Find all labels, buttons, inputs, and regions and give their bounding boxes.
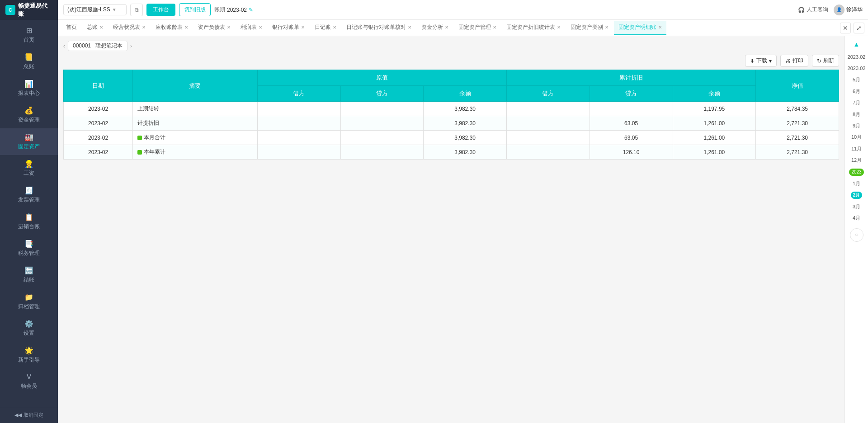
tab-label-5: 利润表 xyxy=(241,24,257,31)
cell-acc-credit: 126.10 xyxy=(590,145,673,160)
tab-7[interactable]: 日记账✕ xyxy=(310,21,341,35)
tab-close-10[interactable]: ✕ xyxy=(493,25,496,30)
tab-close-6[interactable]: ✕ xyxy=(301,25,305,30)
cell-acc-balance: 1,261.00 xyxy=(673,131,756,145)
right-panel-date-0[interactable]: 2023.02 xyxy=(845,52,868,63)
scroll-circle-button[interactable]: ○ xyxy=(850,228,863,242)
sidebar-item-4[interactable]: 🏭固定资产 xyxy=(0,128,58,155)
sidebar-item-0[interactable]: ⊞首页 xyxy=(0,22,58,48)
right-panel-month-11[interactable]: 3月 xyxy=(845,201,868,212)
sidebar-icon-1: 📒 xyxy=(24,53,33,61)
right-panel-month-1[interactable]: 6月 xyxy=(845,86,868,97)
tab-close-5[interactable]: ✕ xyxy=(259,25,262,30)
tab-close-12[interactable]: ✕ xyxy=(605,25,609,30)
tab-8[interactable]: 日记账与银行对账单核对✕ xyxy=(342,21,416,35)
sidebar-item-8[interactable]: 📑税务管理 xyxy=(0,235,58,262)
tab-5[interactable]: 利润表✕ xyxy=(236,21,267,35)
cell-acc-credit: 63.05 xyxy=(590,131,673,145)
tab-close-2[interactable]: ✕ xyxy=(142,25,146,30)
topbar: (劝)江西服垂-LSS ▼ ⧉ 工作台 切到旧版 账期 2023-02 ✎ 🎧 … xyxy=(58,0,868,20)
cell-summary: 上期结转 xyxy=(133,102,258,116)
col-original-value-header: 原值 xyxy=(257,70,506,86)
sidebar-item-3[interactable]: 💰资金管理 xyxy=(0,102,58,128)
col-summary-header: 摘要 xyxy=(133,70,258,102)
tab-3[interactable]: 应收账龄表✕ xyxy=(151,21,193,35)
right-panel-month-3[interactable]: 8月 xyxy=(845,109,868,120)
sidebar-label-4: 固定资产 xyxy=(18,143,40,150)
refresh-button[interactable]: ↻ 刷新 xyxy=(812,55,839,67)
worktab-button[interactable]: 工作台 xyxy=(146,4,175,16)
refresh-label: 刷新 xyxy=(823,57,834,65)
breadcrumb-forward-arrow[interactable]: › xyxy=(130,43,132,49)
right-panel-month-6[interactable]: 11月 xyxy=(845,143,868,155)
tab-close-8[interactable]: ✕ xyxy=(408,25,411,30)
company-selector[interactable]: (劝)江西服垂-LSS ▼ xyxy=(63,4,127,15)
sidebar-footer[interactable]: ◀◀ 取消固定 xyxy=(0,407,58,423)
tab-close-4[interactable]: ✕ xyxy=(227,25,231,30)
tab-10[interactable]: 固定资产管理✕ xyxy=(454,21,501,35)
tab-close-1[interactable]: ✕ xyxy=(99,25,103,30)
right-panel-month-4[interactable]: 9月 xyxy=(845,120,868,132)
tab-2[interactable]: 经营状况表✕ xyxy=(108,21,150,35)
tab-close-all-button[interactable]: ✕ xyxy=(840,23,851,33)
sidebar-item-6[interactable]: 🧾发票管理 xyxy=(0,182,58,208)
sidebar-item-11[interactable]: ⚙️设置 xyxy=(0,315,58,342)
tab-6[interactable]: 银行对账单✕ xyxy=(268,21,309,35)
sidebar-item-10[interactable]: 📁归档管理 xyxy=(0,288,58,315)
right-panel-month-12[interactable]: 4月 xyxy=(845,212,868,224)
right-panel-month-0[interactable]: 5月 xyxy=(845,74,868,85)
sidebar-label-1: 总账 xyxy=(24,63,34,70)
download-button[interactable]: ⬇ 下载 ▾ xyxy=(745,55,777,67)
sidebar-item-7[interactable]: 📋进销台账 xyxy=(0,208,58,235)
right-panel-up-arrow[interactable]: ▲ xyxy=(845,38,868,52)
asset-name: 联想笔记本 xyxy=(95,42,123,49)
right-panel-month-5[interactable]: 10月 xyxy=(845,132,868,143)
sidebar-item-12[interactable]: 🌟新手引导 xyxy=(0,342,58,368)
period-edit-icon[interactable]: ✎ xyxy=(249,7,253,13)
tab-close-3[interactable]: ✕ xyxy=(184,25,188,30)
tab-0[interactable]: 首页 xyxy=(61,21,81,35)
cell-net-value: 2,721.30 xyxy=(756,145,839,160)
user-menu[interactable]: 👤 徐泽华 xyxy=(834,5,863,15)
tab-close-9[interactable]: ✕ xyxy=(445,25,448,30)
orig-balance-header: 余额 xyxy=(424,86,507,102)
tab-13[interactable]: 固定资产明细账✕ xyxy=(614,21,666,35)
right-panel-month-7[interactable]: 12月 xyxy=(845,155,868,166)
cell-orig-balance: 3,982.30 xyxy=(424,116,507,131)
active-month-badge-10: 2月 xyxy=(851,192,863,199)
sidebar-item-2[interactable]: 📊报表中心 xyxy=(0,75,58,102)
right-panel-month-2[interactable]: 7月 xyxy=(845,97,868,108)
switch-version-button[interactable]: 切到旧版 xyxy=(179,3,211,16)
right-panel-month-9[interactable]: 1月 xyxy=(845,178,868,189)
right-panel-scroll-button[interactable]: ○ xyxy=(845,224,868,246)
tab-12[interactable]: 固定资产类别✕ xyxy=(566,21,613,35)
tabs-bar: 首页总账✕经营状况表✕应收账龄表✕资产负债表✕利润表✕银行对账单✕日记账✕日记账… xyxy=(58,20,868,36)
print-button[interactable]: 🖨 打印 xyxy=(780,55,808,67)
sidebar-item-9[interactable]: 🔚结账 xyxy=(0,262,58,288)
cell-orig-credit xyxy=(340,102,424,116)
tab-9[interactable]: 资金分析✕ xyxy=(417,21,453,35)
month-label-6: 11月 xyxy=(851,146,862,152)
sidebar-item-13[interactable]: V畅会员 xyxy=(0,368,58,395)
tab-close-11[interactable]: ✕ xyxy=(557,25,561,30)
right-panel-month-8[interactable]: 2023 xyxy=(845,166,868,178)
service-button[interactable]: 🎧 人工客询 xyxy=(798,6,828,14)
tab-11[interactable]: 固定资产折旧统计表✕ xyxy=(502,21,565,35)
cell-orig-credit xyxy=(340,131,424,145)
tab-close-13[interactable]: ✕ xyxy=(658,25,662,30)
copy-button[interactable]: ⧉ xyxy=(130,4,143,16)
tab-maximize-button[interactable]: ⤢ xyxy=(854,23,864,33)
tab-close-7[interactable]: ✕ xyxy=(333,25,336,30)
breadcrumb-back-arrow[interactable]: ‹ xyxy=(63,43,65,49)
right-panel-date-1[interactable]: 2023.02 xyxy=(845,63,868,74)
page-toolbar: ⬇ 下载 ▾ 🖨 打印 ↻ 刷新 xyxy=(63,55,839,67)
right-date-label-1: 2023.02 xyxy=(848,65,866,72)
asset-code: 000001 xyxy=(73,42,91,49)
sidebar-item-1[interactable]: 📒总账 xyxy=(0,48,58,75)
tab-1[interactable]: 总账✕ xyxy=(82,21,108,35)
tab-4[interactable]: 资产负债表✕ xyxy=(193,21,235,35)
right-panel-month-10[interactable]: 2月 xyxy=(845,189,868,201)
cell-net-value: 2,721.30 xyxy=(756,131,839,145)
acc-debit-header: 借方 xyxy=(507,86,590,102)
sidebar-item-5[interactable]: 👷工资 xyxy=(0,155,58,182)
